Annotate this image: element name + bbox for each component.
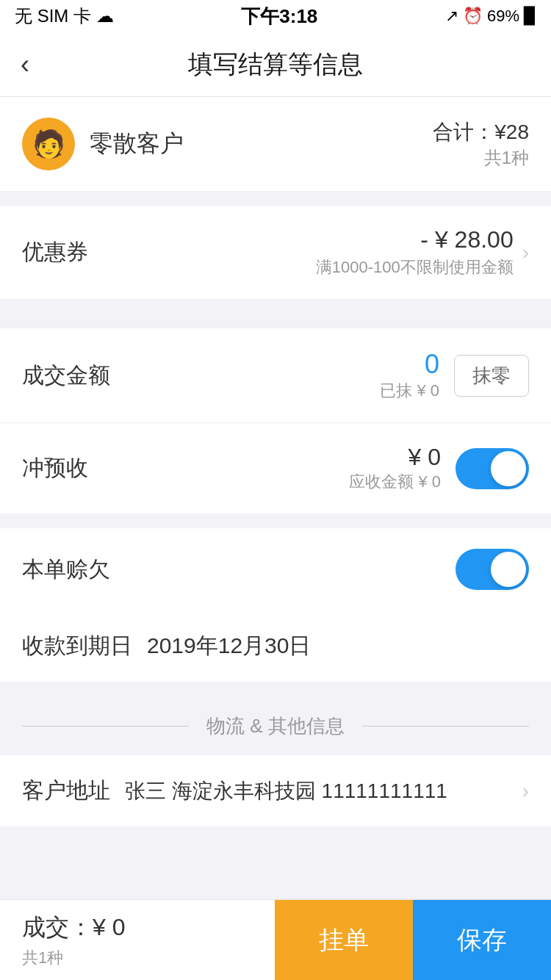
alarm-icon: ⏰ [463, 7, 483, 26]
deal-prepay-section: 成交金额 0 已抹 ¥ 0 抹零 冲预收 ¥ 0 应收金额 ¥ 0 [0, 328, 551, 514]
divider-2 [0, 514, 551, 528]
customer-row: 🧑 零散客户 合计：¥28 共1种 [0, 97, 551, 191]
deal-row: 成交金额 0 已抹 ¥ 0 抹零 [0, 328, 551, 423]
prepay-amount: ¥ 0 [349, 444, 441, 471]
deducted-label: 已抹 ¥ 0 [380, 380, 439, 402]
customer-count: 共1种 [433, 146, 529, 170]
divider-line-left [22, 726, 189, 727]
prepay-toggle[interactable] [455, 448, 529, 489]
status-time: 下午3:18 [241, 4, 317, 29]
deal-prefix: 成交： [22, 914, 93, 940]
debt-section: 本单赊欠 收款到期日 2019年12月30日 [0, 528, 551, 682]
customer-name: 零散客户 [90, 128, 184, 160]
debt-toggle-knob [491, 552, 526, 587]
coupon-amount: - ¥ 28.00 [316, 226, 514, 253]
divider-1 [0, 314, 551, 328]
logistics-divider: 物流 & 其他信息 [0, 696, 551, 755]
coupon-desc: 满1000-100不限制使用金额 [316, 256, 514, 278]
coupon-info: - ¥ 28.00 满1000-100不限制使用金额 [316, 226, 514, 278]
bottom-deal-text: 成交：¥ 0 [22, 912, 253, 944]
chevron-right-icon: › [522, 241, 529, 264]
status-left: 无 SIM 卡 ☁ [15, 4, 114, 28]
bottom-bar: 成交：¥ 0 共1种 挂单 保存 [0, 899, 551, 980]
location-icon: ↗ [445, 7, 458, 26]
save-button[interactable]: 保存 [413, 900, 551, 981]
coupon-right: - ¥ 28.00 满1000-100不限制使用金额 › [316, 226, 529, 278]
address-row[interactable]: 客户地址 张三 海淀永丰科技园 11111111111 › [0, 755, 551, 826]
bottom-count: 共1种 [22, 947, 253, 969]
deal-amount-input[interactable]: 0 [380, 349, 439, 380]
page-title: 填写结算等信息 [188, 48, 363, 82]
coupon-label: 优惠券 [22, 237, 88, 267]
due-date-label: 收款到期日 [22, 631, 132, 661]
status-right: ↗ ⏰ 69% ▉ [445, 7, 536, 26]
chevron-right-icon-address: › [522, 779, 529, 803]
back-button[interactable]: ‹ [21, 49, 29, 80]
bottom-summary: 成交：¥ 0 共1种 [0, 912, 275, 969]
debt-row: 本单赊欠 [0, 528, 551, 610]
address-section[interactable]: 客户地址 张三 海淀永丰科技园 11111111111 › [0, 755, 551, 826]
debt-label: 本单赊欠 [22, 555, 110, 585]
logistics-label: 物流 & 其他信息 [189, 713, 362, 739]
nav-bar: ‹ 填写结算等信息 [0, 32, 551, 97]
coupon-section[interactable]: 优惠券 - ¥ 28.00 满1000-100不限制使用金额 › [0, 206, 551, 299]
deal-label: 成交金额 [22, 361, 110, 391]
prepay-row: 冲预收 ¥ 0 应收金额 ¥ 0 [0, 423, 551, 514]
address-value: 张三 海淀永丰科技园 11111111111 [125, 777, 522, 805]
divider-line-right [362, 726, 529, 727]
debt-toggle[interactable] [455, 549, 529, 590]
customer-total: 合计：¥28 [433, 118, 529, 146]
coupon-row[interactable]: 优惠券 - ¥ 28.00 满1000-100不限制使用金额 › [0, 206, 551, 299]
toggle-knob [491, 451, 526, 486]
prepay-right: ¥ 0 应收金额 ¥ 0 [349, 444, 529, 493]
person-icon: 🧑 [32, 129, 65, 159]
customer-right: 合计：¥28 共1种 [433, 118, 529, 170]
customer-section: 🧑 零散客户 合计：¥28 共1种 [0, 97, 551, 191]
no-sim-text: 无 SIM 卡 ☁ [15, 4, 114, 28]
round-zero-button[interactable]: 抹零 [454, 355, 529, 397]
due-date-row: 收款到期日 2019年12月30日 [0, 610, 551, 682]
prepay-label: 冲预收 [22, 453, 88, 483]
hold-button[interactable]: 挂单 [275, 900, 413, 981]
address-right: › [522, 779, 529, 803]
customer-left: 🧑 零散客户 [22, 118, 184, 170]
address-label: 客户地址 [22, 776, 110, 806]
prepay-sub-label: 应收金额 ¥ 0 [349, 471, 441, 493]
battery-text: 69% [487, 7, 519, 26]
deal-amount-bottom: ¥ 0 [93, 914, 125, 940]
status-bar: 无 SIM 卡 ☁ 下午3:18 ↗ ⏰ 69% ▉ [0, 0, 551, 32]
avatar: 🧑 [22, 118, 75, 170]
deal-right: 0 已抹 ¥ 0 抹零 [380, 349, 529, 402]
battery-icon: ▉ [524, 7, 536, 26]
due-date-value: 2019年12月30日 [147, 631, 311, 661]
